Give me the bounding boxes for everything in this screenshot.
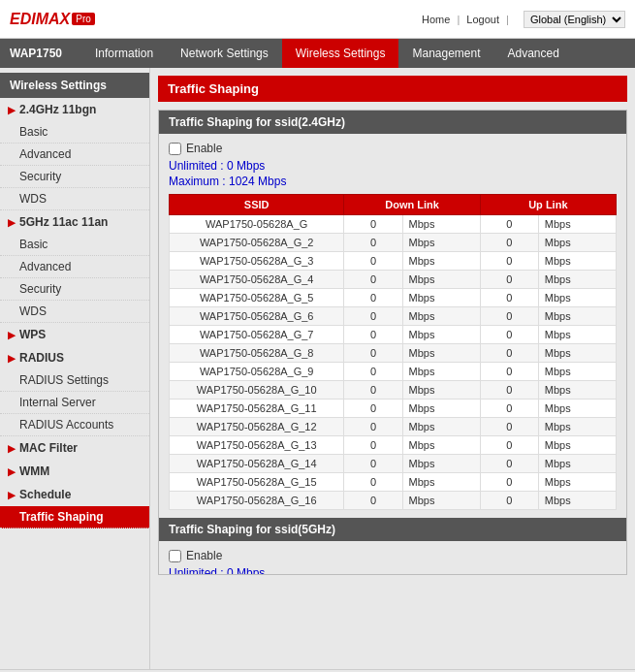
navbar-brand: WAP1750 [10,47,62,60]
sidebar-item-wds-5g[interactable]: WDS [0,301,149,323]
table-row: WAP1750-05628A_G_9 0 Mbps 0 Mbps [170,363,617,381]
sidebar-group-header-24ghz[interactable]: ▶ 2.4GHz 11bgn [0,98,149,121]
sidebar-item-radius-settings[interactable]: RADIUS Settings [0,369,149,392]
ssid-cell: WAP1750-05628A_G_9 [170,363,344,381]
downlink-value: 0 [344,436,402,455]
section-header-24ghz: Traffic Shaping for ssid(2.4GHz) [159,111,626,134]
sidebar-item-internal-server[interactable]: Internal Server [0,392,149,414]
arrow-icon-radius: ▶ [8,353,16,364]
tab-advanced[interactable]: Advanced [494,39,573,68]
downlink-unit: Mbps [402,271,480,289]
table-row: WAP1750-05628A_G_5 0 Mbps 0 Mbps [170,289,617,307]
section-header-5ghz: Traffic Shaping for ssid(5GHz) [159,518,626,541]
downlink-unit: Mbps [402,381,480,400]
content-area: Traffic Shaping Traffic Shaping for ssid… [150,68,635,669]
sidebar-group-header-schedule[interactable]: ▶ Schedule [0,483,149,506]
uplink-unit: Mbps [538,344,616,363]
ssid-cell: WAP1750-05628A_G_15 [170,473,344,492]
sidebar-group-header-mac[interactable]: ▶ MAC Filter [0,436,149,460]
downlink-value: 0 [344,381,402,400]
ssid-cell: WAP1750-05628A_G_7 [170,326,344,344]
tab-network-settings[interactable]: Network Settings [167,39,282,68]
logo: EDIMAX Pro [10,11,95,28]
sidebar-group-traffic: Traffic Shaping [0,506,149,528]
sidebar-item-basic-5g[interactable]: Basic [0,234,149,256]
downlink-unit: Mbps [402,436,480,455]
downlink-value: 0 [344,252,402,271]
sidebar-item-traffic-shaping[interactable]: Traffic Shaping [0,506,149,528]
downlink-unit: Mbps [402,455,480,473]
sidebar-item-basic-24[interactable]: Basic [0,121,149,144]
sidebar-group-header-5ghz[interactable]: ▶ 5GHz 11ac 11an [0,210,149,234]
uplink-value: 0 [480,289,538,307]
ssid-cell: WAP1750-05628A_G_8 [170,344,344,363]
group-label-wmm: WMM [19,464,49,478]
header: EDIMAX Pro Home | Logout | Global (Engli… [0,0,635,39]
sidebar-group-header-radius[interactable]: ▶ RADIUS [0,346,149,369]
arrow-icon-mac: ▶ [8,443,16,454]
header-links: Home | Logout | Global (English) [422,11,625,28]
tab-information[interactable]: Information [81,39,167,68]
table-row: WAP1750-05628A_G_15 0 Mbps 0 Mbps [170,473,617,492]
home-link[interactable]: Home [422,14,450,25]
downlink-value: 0 [344,473,402,492]
downlink-unit: Mbps [402,344,480,363]
traffic-table-24ghz: SSID Down Link Up Link WAP1750-05628A_G … [169,194,617,510]
sidebar-group-header-wps[interactable]: ▶ WPS [0,323,149,346]
sidebar-item-security-5g[interactable]: Security [0,278,149,301]
enable-label-24ghz: Enable [186,142,222,155]
downlink-value: 0 [344,363,402,381]
downlink-unit: Mbps [402,234,480,252]
uplink-unit: Mbps [538,436,616,455]
ssid-cell: WAP1750-05628A_G_13 [170,436,344,455]
sidebar-item-advanced-24[interactable]: Advanced [0,144,149,166]
sidebar-item-wds-24[interactable]: WDS [0,188,149,210]
sidebar-item-radius-accounts[interactable]: RADIUS Accounts [0,414,149,436]
page-title: Traffic Shaping [158,76,627,102]
logo-text: EDIMAX [10,11,70,28]
sidebar-group-header-wmm[interactable]: ▶ WMM [0,460,149,483]
tab-wireless-settings[interactable]: Wireless Settings [282,39,399,68]
uplink-value: 0 [480,455,538,473]
tab-management[interactable]: Management [398,39,493,68]
uplink-unit: Mbps [538,215,616,234]
table-row: WAP1750-05628A_G 0 Mbps 0 Mbps [170,215,617,234]
table-row: WAP1750-05628A_G_4 0 Mbps 0 Mbps [170,271,617,289]
scroll-container[interactable]: Traffic Shaping for ssid(2.4GHz) Enable … [158,110,627,575]
language-select[interactable]: Global (English) [524,11,625,28]
uplink-value: 0 [480,307,538,326]
table-row: WAP1750-05628A_G_8 0 Mbps 0 Mbps [170,344,617,363]
uplink-value: 0 [480,400,538,418]
downlink-unit: Mbps [402,363,480,381]
arrow-icon-wmm: ▶ [8,466,16,477]
table-row: WAP1750-05628A_G_6 0 Mbps 0 Mbps [170,307,617,326]
uplink-value: 0 [480,381,538,400]
downlink-value: 0 [344,234,402,252]
uplink-value: 0 [480,363,538,381]
downlink-value: 0 [344,271,402,289]
uplink-unit: Mbps [538,326,616,344]
ssid-cell: WAP1750-05628A_G_11 [170,400,344,418]
uplink-unit: Mbps [538,234,616,252]
enable-row-5ghz: Enable [169,549,617,562]
enable-checkbox-24ghz[interactable] [169,143,181,155]
unlimited-text-24ghz: Unlimited : 0 Mbps [169,159,617,173]
logout-link[interactable]: Logout [466,14,499,25]
downlink-value: 0 [344,418,402,436]
table-row: WAP1750-05628A_G_12 0 Mbps 0 Mbps [170,418,617,436]
downlink-value: 0 [344,289,402,307]
group-label-radius: RADIUS [19,351,64,365]
section-5ghz: Traffic Shaping for ssid(5GHz) Enable Un… [159,518,626,575]
uplink-unit: Mbps [538,492,616,510]
uplink-value: 0 [480,215,538,234]
downlink-unit: Mbps [402,418,480,436]
uplink-unit: Mbps [538,455,616,473]
downlink-value: 0 [344,455,402,473]
enable-checkbox-5ghz[interactable] [169,550,181,562]
sidebar-item-advanced-5g[interactable]: Advanced [0,256,149,278]
downlink-value: 0 [344,492,402,510]
uplink-value: 0 [480,344,538,363]
sidebar-item-security-24[interactable]: Security [0,166,149,188]
uplink-unit: Mbps [538,252,616,271]
uplink-unit: Mbps [538,381,616,400]
